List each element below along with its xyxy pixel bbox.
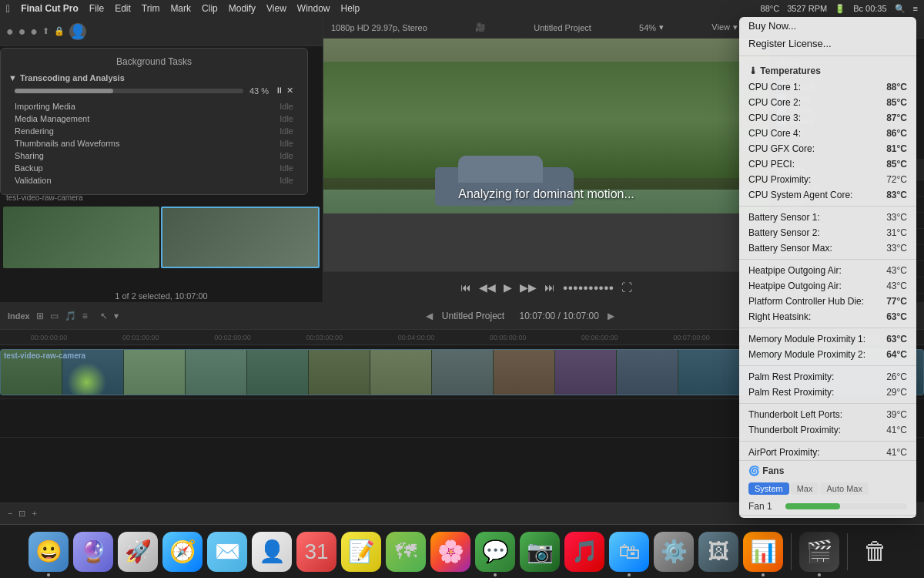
dock-photos[interactable]: 🌸 — [430, 532, 470, 572]
thumbnail-2[interactable] — [161, 207, 320, 268]
time-indicator: Bc 00:35 — [853, 4, 886, 13]
next-frame-icon[interactable]: ▶▶ — [520, 281, 537, 294]
search-icon[interactable]: 🔍 — [895, 4, 906, 14]
menu-mark[interactable]: Mark — [170, 3, 191, 14]
dock-messages[interactable]: 💬 — [475, 532, 515, 572]
fullscreen-icon[interactable]: ⛶ — [621, 281, 632, 294]
dock-maps[interactable]: 🗺 — [386, 532, 426, 572]
video-overlay-text: Analyzing for dominant motion... — [458, 187, 634, 201]
temp-cpu-core-2: CPU Core 2: 85°C — [739, 95, 916, 110]
index-label[interactable]: Index — [8, 311, 30, 321]
stop-icon[interactable]: ✕ — [286, 86, 293, 96]
timeline-next-icon[interactable]: ▶ — [608, 311, 614, 321]
close-button[interactable]: ● — [6, 25, 14, 39]
register-license-item[interactable]: Register License... — [739, 35, 916, 52]
dock-siri[interactable]: 🔮 — [73, 532, 113, 572]
view-button[interactable]: View — [711, 22, 730, 32]
menu-clip[interactable]: Clip — [202, 3, 218, 14]
list-icon[interactable]: ≡ — [82, 311, 88, 321]
ruler-mark-5: 00:05:00:00 — [462, 334, 554, 341]
progress-bar-fill — [15, 89, 113, 93]
track-thumb-3 — [124, 350, 186, 395]
menu-edit[interactable]: Edit — [115, 3, 131, 14]
dock-stats[interactable]: 📊 — [743, 532, 783, 572]
menu-trim[interactable]: Trim — [142, 3, 160, 14]
temp-memory-1: Memory Module Proximity 1: 63°C — [739, 331, 916, 347]
safari-icon: 🧭 — [169, 539, 196, 564]
pointer-icon[interactable]: ↖ — [100, 311, 108, 321]
fit-icon[interactable]: ⊡ — [18, 509, 25, 519]
timeline-prev-icon[interactable]: ◀ — [426, 311, 433, 321]
audio-icon[interactable]: 🎵 — [65, 311, 76, 321]
apple-logo-icon[interactable]:  — [6, 2, 10, 15]
buy-now-item[interactable]: Buy Now... — [739, 17, 916, 35]
viewer-zoom-controls[interactable]: 54% ▾ — [639, 22, 664, 32]
show-main-window-item[interactable]: Show Main Window — [739, 516, 916, 518]
dock-calendar[interactable]: 31 — [296, 532, 336, 572]
maximize-button[interactable]: ● — [30, 25, 38, 39]
dock-music[interactable]: 🎵 — [564, 532, 604, 572]
thumbnail-1[interactable] — [3, 207, 159, 268]
pointer-dropdown-icon[interactable]: ▾ — [114, 311, 119, 321]
temp-cpu-gfx: CPU GFX Core: 81°C — [739, 141, 916, 156]
dropdown-separator-1 — [739, 55, 916, 56]
dock-finder[interactable]: 😀 — [28, 532, 69, 572]
play-icon[interactable]: ▶ — [504, 281, 512, 294]
fans-header: 🌀 Fans — [739, 460, 916, 479]
dropdown-separator-6 — [739, 403, 916, 404]
ruler-mark-6: 00:06:00:00 — [554, 334, 645, 341]
dock-appstore[interactable]: 🛍 — [609, 532, 649, 572]
prev-frame-icon[interactable]: ◀◀ — [479, 281, 496, 294]
car-roof — [458, 156, 543, 183]
skip-forward-icon[interactable]: ⏭ — [544, 281, 555, 294]
import-icon[interactable]: ⬆ — [42, 26, 49, 36]
zoom-in-icon[interactable]: + — [32, 509, 36, 519]
progress-percent: 43 % — [249, 86, 269, 96]
menu-view[interactable]: View — [266, 3, 286, 14]
skip-back-icon[interactable]: ⏮ — [460, 281, 471, 294]
dock-trash[interactable]: 🗑 — [855, 532, 896, 572]
cpu-temp-indicator: 88°C — [761, 4, 780, 13]
zoom-out-icon[interactable]: − — [8, 509, 12, 519]
fcp-dot — [818, 573, 821, 576]
finder-icon: 😀 — [35, 539, 62, 564]
chevron-icon[interactable]: ▼ — [8, 73, 17, 82]
dock-notes[interactable]: 📝 — [341, 532, 381, 572]
calendar-icon: 31 — [304, 539, 328, 564]
minimize-button[interactable]: ● — [18, 25, 26, 39]
dock-systemprefs[interactable]: ⚙️ — [654, 532, 694, 572]
track-thumb-4 — [186, 350, 247, 395]
fans-tab-max[interactable]: Max — [791, 482, 819, 495]
menu-app-name[interactable]: Final Cut Pro — [21, 3, 79, 14]
dock-facetime[interactable]: 📷 — [520, 532, 560, 572]
lock-icon: 🔒 — [54, 26, 65, 36]
dock-fcp[interactable]: 🎬 — [799, 532, 839, 572]
quicktime-icon: 🖼 — [708, 539, 729, 564]
task-row-thumbnails: Thumbnails and Waveforms Idle — [8, 137, 300, 150]
dock-safari[interactable]: 🧭 — [162, 532, 203, 572]
thumbnail-row[interactable] — [3, 207, 320, 268]
pause-icon[interactable]: ⏸ — [275, 86, 283, 96]
dock-mail[interactable]: ✉️ — [207, 532, 247, 572]
zoom-level[interactable]: 54% — [639, 23, 656, 32]
bottom-left-controls: − ⊡ + — [8, 509, 37, 519]
fans-tab-auto-max[interactable]: Auto Max — [820, 482, 868, 495]
view-dropdown-icon[interactable]: ▾ — [733, 22, 738, 32]
filmstrip-icon[interactable]: ⊞ — [36, 311, 44, 321]
progress-controls[interactable]: ⏸ ✕ — [275, 86, 293, 96]
temp-battery-2: Battery Sensor 2: 31°C — [739, 225, 916, 240]
menu-modify[interactable]: Modify — [229, 3, 256, 14]
menu-help[interactable]: Help — [341, 3, 360, 14]
zoom-dropdown-icon[interactable]: ▾ — [659, 22, 664, 32]
dock-launchpad[interactable]: 🚀 — [118, 532, 158, 572]
menu-file[interactable]: File — [89, 3, 104, 14]
menu-window[interactable]: Window — [297, 3, 330, 14]
mail-icon: ✉️ — [214, 539, 241, 564]
menu-bar-right: 88°C 3527 RPM 🔋 Bc 00:35 🔍 ≡ — [761, 4, 918, 14]
track-thumb-5 — [247, 350, 309, 395]
clip-icon[interactable]: ▭ — [50, 311, 59, 321]
dock-quicktime[interactable]: 🖼 — [698, 532, 738, 572]
fans-tab-system[interactable]: System — [748, 482, 789, 495]
ruler-mark-7: 00:07:00:00 — [645, 334, 737, 341]
dock-contacts[interactable]: 👤 — [252, 532, 292, 572]
